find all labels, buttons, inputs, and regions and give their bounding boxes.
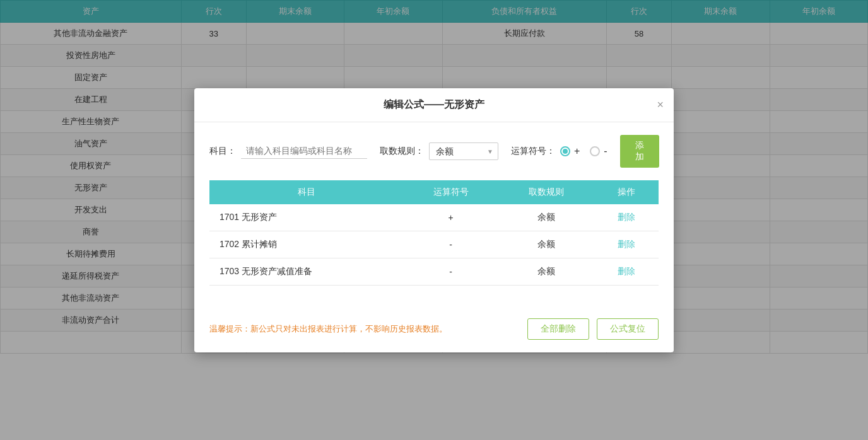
row-operator: - (403, 231, 498, 258)
formula-form-row: 科目： 取数规则： 余额 借方 贷方 借方发生额 贷方发生额 ▼ (209, 135, 659, 168)
modal-header: 编辑公式——无形资产 × (194, 88, 674, 122)
row-subject: 1701 无形资产 (209, 204, 403, 231)
operator-label: 运算符号： (511, 146, 555, 157)
operator-plus-label: + (574, 146, 580, 157)
row-subject: 1703 无形资产减值准备 (209, 258, 403, 285)
subject-label: 科目： (209, 146, 236, 157)
table-row: 1703 无形资产减值准备-余额删除 (209, 258, 659, 285)
operator-group: 运算符号： + - (511, 146, 607, 157)
modal-dialog: 编辑公式——无形资产 × 科目： 取数规则： 余额 借方 贷方 (194, 88, 674, 352)
modal-close-button[interactable]: × (657, 99, 664, 110)
footer-buttons: 全部删除 公式复位 (527, 318, 659, 340)
row-rule: 余额 (498, 231, 594, 258)
rule-group: 取数规则： 余额 借方 贷方 借方发生额 贷方发生额 ▼ (380, 142, 498, 160)
table-header-subject: 科目 (209, 180, 403, 204)
radio-minus-circle (590, 146, 600, 156)
delete-row-button[interactable]: 删除 (618, 212, 635, 223)
row-operator: + (403, 204, 498, 231)
modal-overlay: 编辑公式——无形资产 × 科目： 取数规则： 余额 借方 贷方 (0, 0, 868, 440)
subject-input[interactable] (241, 143, 367, 159)
add-button[interactable]: 添加 (620, 135, 659, 168)
row-action: 删除 (594, 258, 659, 285)
modal-title: 编辑公式——无形资产 (384, 99, 484, 110)
delete-row-button[interactable]: 删除 (618, 239, 635, 250)
table-header-action: 操作 (594, 180, 659, 204)
formula-table: 科目 运算符号 取数规则 操作 1701 无形资产+余额删除1702 累计摊销-… (209, 180, 659, 286)
row-action: 删除 (594, 231, 659, 258)
subject-group: 科目： (209, 143, 367, 159)
row-rule: 余额 (498, 258, 594, 285)
modal-body: 科目： 取数规则： 余额 借方 贷方 借方发生额 贷方发生额 ▼ (194, 122, 674, 311)
radio-plus-circle (560, 146, 570, 156)
row-action: 删除 (594, 204, 659, 231)
table-row: 1702 累计摊销-余额删除 (209, 231, 659, 258)
table-header-rule: 取数规则 (498, 180, 594, 204)
row-subject: 1702 累计摊销 (209, 231, 403, 258)
reset-formula-button[interactable]: 公式复位 (597, 318, 659, 340)
table-header-operator: 运算符号 (403, 180, 498, 204)
operator-plus-radio[interactable]: + (560, 146, 580, 157)
row-operator: - (403, 258, 498, 285)
delete-row-button[interactable]: 删除 (618, 266, 635, 277)
rule-select-wrapper: 余额 借方 贷方 借方发生额 贷方发生额 ▼ (429, 142, 498, 160)
operator-radio-group: + - (560, 146, 607, 157)
hint-text: 温馨提示：新公式只对未出报表进行计算，不影响历史报表数据。 (209, 323, 447, 335)
table-row: 1701 无形资产+余额删除 (209, 204, 659, 231)
delete-all-button[interactable]: 全部删除 (527, 318, 589, 340)
operator-minus-radio[interactable]: - (590, 146, 607, 157)
operator-minus-label: - (604, 146, 607, 157)
modal-footer: 温馨提示：新公式只对未出报表进行计算，不影响历史报表数据。 全部删除 公式复位 (194, 311, 674, 352)
rule-select[interactable]: 余额 借方 贷方 借方发生额 贷方发生额 (429, 142, 498, 160)
row-rule: 余额 (498, 204, 594, 231)
rule-label: 取数规则： (380, 146, 424, 157)
